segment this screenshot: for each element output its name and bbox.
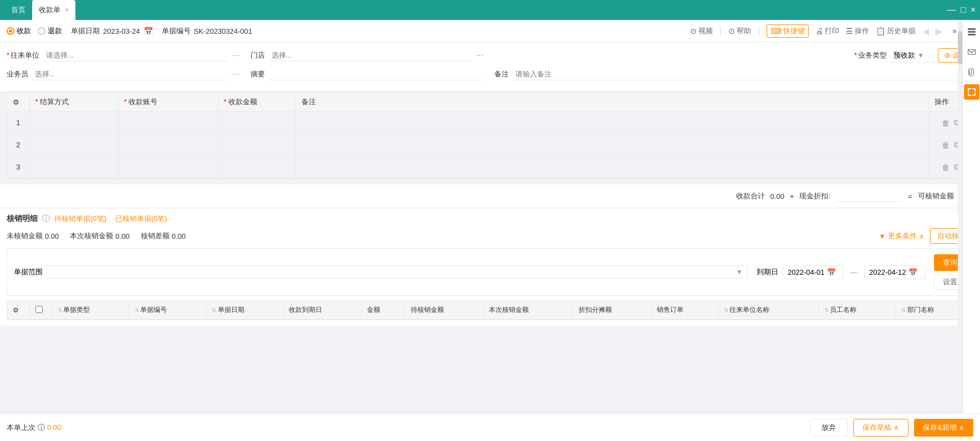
account-2[interactable] bbox=[118, 134, 218, 156]
collection-total-label: 收款合计 bbox=[736, 191, 765, 201]
delete-icon-3[interactable]: 🗑 bbox=[942, 163, 950, 172]
date-to-input[interactable]: 2022-04-12 📅 bbox=[864, 265, 925, 279]
cash-discount-input[interactable] bbox=[836, 190, 902, 202]
panel-table-icon[interactable] bbox=[964, 24, 979, 40]
history-label: 历史单据 bbox=[887, 26, 916, 36]
counter-party-dots[interactable]: ··· bbox=[232, 50, 239, 60]
sales-order-header: 销售订单 bbox=[651, 301, 718, 320]
scrollbar-thumb[interactable] bbox=[958, 31, 962, 64]
draft-label: 保存草稿 bbox=[862, 423, 891, 433]
uncanceled-value: 0.00 bbox=[45, 232, 59, 240]
table-row: 1 🗑 ⧉ bbox=[7, 112, 973, 134]
sep2: | bbox=[758, 26, 760, 36]
date-to-calendar-icon[interactable]: 📅 bbox=[908, 268, 917, 276]
done-tab[interactable]: 已核销单据(0笔) bbox=[115, 214, 167, 224]
more-conditions-btn[interactable]: ▼ 更多条件 ∧ bbox=[879, 231, 925, 241]
print-label: 打印 bbox=[825, 26, 839, 36]
minimize-icon[interactable]: — bbox=[947, 5, 956, 15]
number-value[interactable]: SK-20230324-001 bbox=[194, 27, 253, 35]
carry-info-icon[interactable]: ⓘ bbox=[38, 423, 45, 433]
remark-3[interactable] bbox=[295, 156, 928, 178]
video-icon: ⊙ bbox=[690, 27, 697, 35]
panel-expand-icon[interactable] bbox=[964, 84, 979, 100]
maximize-icon[interactable]: □ bbox=[961, 5, 966, 15]
summary-field: 摘要 bbox=[251, 68, 483, 80]
select-all-checkbox[interactable] bbox=[35, 306, 43, 313]
print-btn[interactable]: 🖨 打印 bbox=[815, 26, 839, 36]
footer-btns: 放弃 保存草稿 ∧ 保存&新增 ∧ bbox=[810, 419, 973, 437]
bottom-table-container: ⚙ 单据类型 单据编号 单据日期 收款到期日 金额 待核销金额 本次核销金额 折… bbox=[7, 300, 973, 320]
store-field: 门店 ··· bbox=[251, 49, 483, 61]
equals-sign: = bbox=[908, 192, 912, 201]
pending-tab[interactable]: 待核销单据(0笔) bbox=[54, 214, 106, 224]
panel-email-icon[interactable] bbox=[964, 44, 979, 60]
date-field-group: 单据日期 2023-03-24 📅 bbox=[71, 26, 153, 36]
date-calendar-icon[interactable]: 📅 bbox=[144, 27, 153, 35]
save-new-btn[interactable]: 保存&新增 ∧ bbox=[914, 419, 973, 437]
help-icon: ⊙ bbox=[728, 27, 735, 35]
account-required: * bbox=[124, 98, 127, 106]
help-label: 帮助 bbox=[737, 26, 751, 36]
vertical-scrollbar[interactable] bbox=[958, 20, 962, 413]
business-type-value: 预收款 bbox=[894, 50, 915, 60]
date-from-calendar-icon[interactable]: 📅 bbox=[827, 268, 836, 276]
bottom-table-header-row: ⚙ 单据类型 单据编号 单据日期 收款到期日 金额 待核销金额 本次核销金额 折… bbox=[7, 301, 973, 320]
amount-3[interactable] bbox=[218, 156, 295, 178]
toolbar-right: ⊙ 视频 | ⊙ 帮助 | ⌨ 快捷键 🖨 打印 ☰ 操作 📋 历史单据 ◀ ▶… bbox=[690, 24, 973, 38]
radio-return[interactable]: 退款 bbox=[38, 26, 62, 36]
abandon-btn[interactable]: 放弃 bbox=[810, 419, 848, 437]
diff-stat: 核销差额 0.00 bbox=[141, 231, 186, 241]
account-1[interactable] bbox=[118, 112, 218, 134]
date-from-input[interactable]: 2022-04-01 📅 bbox=[783, 265, 844, 279]
pending-amount-header: 待核销金额 bbox=[405, 301, 483, 320]
settlement-3[interactable] bbox=[29, 156, 118, 178]
due-date-header: 收款到期日 bbox=[283, 301, 361, 320]
number-field-group: 单据编号 SK-20230324-001 bbox=[162, 26, 253, 36]
shortcut-btn[interactable]: ⌨ 快捷键 bbox=[767, 24, 809, 38]
close-window-icon[interactable]: × bbox=[971, 5, 976, 15]
radio-collection[interactable]: 收款 bbox=[7, 26, 31, 36]
doc-num-header: 单据编号 bbox=[129, 301, 206, 320]
gear-header[interactable]: ⚙ bbox=[7, 93, 29, 112]
remark-input[interactable] bbox=[512, 68, 973, 80]
range-label: 单据范围 bbox=[14, 267, 43, 277]
remark-1[interactable] bbox=[295, 112, 928, 134]
history-btn[interactable]: 📋 历史单据 bbox=[876, 26, 916, 36]
settlement-2[interactable] bbox=[29, 134, 118, 156]
summary-row: 收款合计 0.00 + 现金折扣: = 可核销金额 0.00 bbox=[0, 184, 980, 208]
operation-btn[interactable]: ☰ 操作 bbox=[846, 26, 869, 36]
date-value[interactable]: 2023-03-24 bbox=[103, 27, 140, 35]
range-select[interactable]: ▼ bbox=[46, 265, 748, 279]
bottom-checkbox-header[interactable] bbox=[29, 301, 52, 320]
writeoff-info-icon[interactable]: ⓘ bbox=[42, 214, 50, 224]
help-btn[interactable]: ⊙ 帮助 bbox=[728, 26, 751, 36]
panel-attachment-icon[interactable] bbox=[964, 64, 979, 80]
bottom-gear-header[interactable]: ⚙ bbox=[7, 301, 29, 320]
staff-dots[interactable]: ··· bbox=[232, 69, 239, 79]
tab-receipt[interactable]: 收款单 × bbox=[32, 0, 75, 20]
delete-icon-1[interactable]: 🗑 bbox=[942, 119, 950, 127]
plus-sign: + bbox=[790, 192, 794, 201]
carry-label: 本单上次 bbox=[7, 423, 35, 433]
amount-2[interactable] bbox=[218, 134, 295, 156]
store-dots[interactable]: ··· bbox=[476, 50, 483, 60]
counter-party-input[interactable] bbox=[43, 49, 228, 61]
staff-header: 员工名称 bbox=[818, 301, 895, 320]
delete-icon-2[interactable]: 🗑 bbox=[942, 141, 950, 150]
store-input[interactable] bbox=[268, 49, 472, 61]
draft-btn[interactable]: 保存草稿 ∧ bbox=[853, 419, 908, 437]
video-btn[interactable]: ⊙ 视频 bbox=[690, 26, 713, 36]
summary-input[interactable] bbox=[268, 68, 483, 80]
tab-close-icon[interactable]: × bbox=[65, 6, 69, 14]
doc-date-header: 单据日期 bbox=[206, 301, 283, 320]
remark-2[interactable] bbox=[295, 134, 928, 156]
business-type-select[interactable]: 预收款 ▼ bbox=[890, 49, 935, 63]
settlement-1[interactable] bbox=[29, 112, 118, 134]
footer: 本单上次 ⓘ 0.00 放弃 保存草稿 ∧ 保存&新增 ∧ bbox=[0, 413, 980, 441]
history-icon: 📋 bbox=[876, 27, 885, 35]
staff-input[interactable] bbox=[32, 68, 228, 80]
save-new-label: 保存&新增 bbox=[923, 423, 957, 433]
tab-home[interactable]: 首页 bbox=[4, 0, 32, 20]
amount-1[interactable] bbox=[218, 112, 295, 134]
account-3[interactable] bbox=[118, 156, 218, 178]
